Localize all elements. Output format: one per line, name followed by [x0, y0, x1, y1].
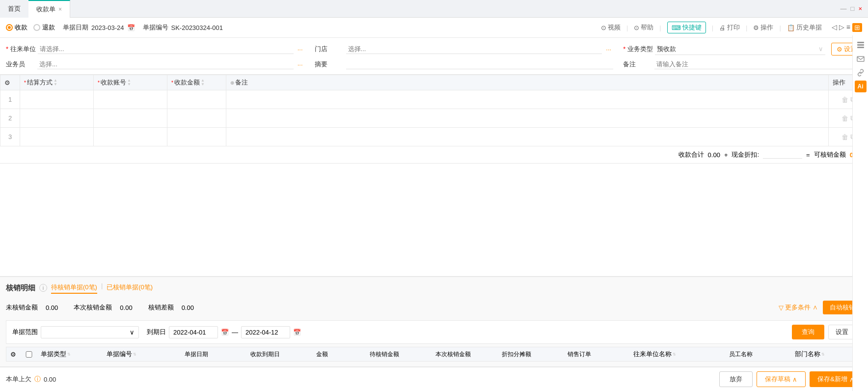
sidebar-email-icon[interactable]: [855, 53, 867, 65]
receipt-type-group: 收款 退款: [6, 23, 55, 32]
cell-amount-2[interactable]: [167, 109, 226, 128]
tab-current-label: 收款单: [36, 0, 55, 18]
radio-refund[interactable]: 退款: [33, 23, 55, 32]
minimize-btn[interactable]: —: [841, 5, 847, 12]
delete-row-3-btn[interactable]: 🗑: [841, 133, 848, 141]
row-num-3: 3: [0, 128, 20, 146]
cell-remark-1[interactable]: [226, 90, 829, 109]
panel-left-icon[interactable]: ◁: [832, 23, 837, 32]
shortcut-button[interactable]: ⌨ 快捷键: [667, 22, 706, 33]
verify-th-doc-num[interactable]: 单据编号 ⇅: [104, 350, 182, 359]
radio-receipt[interactable]: 收款: [6, 23, 27, 32]
cell-remark-3[interactable]: [226, 128, 829, 146]
table-header-remark[interactable]: ⊕ 备注: [226, 75, 829, 90]
store-input[interactable]: [346, 44, 602, 54]
remark-label: 备注: [623, 60, 652, 69]
action-video[interactable]: ⊙ 视频: [601, 23, 621, 32]
discount-input[interactable]: [763, 151, 802, 159]
cell-settlement-1[interactable]: [20, 90, 94, 109]
remark-input[interactable]: [654, 59, 862, 69]
more-filters-btn[interactable]: ▽ 更多条件 ∧: [779, 303, 818, 312]
main-content: 收款 退款 单据日期 2023-03-24 📅 单据编号 SK-20230324…: [0, 18, 868, 391]
sidebar-table-icon[interactable]: [855, 39, 867, 51]
cell-settlement-2[interactable]: [20, 109, 94, 128]
verify-th-doc-date[interactable]: 单据日期: [182, 350, 247, 359]
verify-header-gear[interactable]: ⚙: [10, 351, 24, 358]
delete-row-1-btn[interactable]: 🗑: [841, 95, 848, 104]
store-more-btn[interactable]: ···: [604, 46, 613, 53]
verify-select-all-checkbox[interactable]: [24, 351, 34, 358]
cell-account-3[interactable]: [94, 128, 167, 146]
verify-th-staff-name[interactable]: 员工名称: [726, 350, 792, 359]
verify-th-doc-type[interactable]: 单据类型 ⇅: [38, 350, 104, 359]
company-more-btn[interactable]: ···: [296, 46, 305, 53]
panel-icons: ◁ ▷ ≡ ⊞: [832, 23, 862, 32]
radio-receipt-label: 收款: [15, 23, 27, 32]
save-draft-button[interactable]: 保存草稿 ∧: [757, 371, 806, 387]
range-select[interactable]: ∨: [41, 326, 139, 338]
action-history[interactable]: 📋 历史单据: [787, 23, 822, 32]
due-date-to-input[interactable]: [241, 326, 290, 338]
verify-section: 核销明细 i 待核销单据(0笔) | 已核销单据(0笔) 未核销金额 0.00 …: [0, 276, 868, 367]
calendar-to-icon[interactable]: 📅: [293, 329, 301, 336]
panel-grid-icon[interactable]: ⊞: [852, 23, 862, 32]
gear-icon: ⚙: [4, 79, 10, 86]
filter-container: 单据范围 ∨ 到期日 📅 — 📅 查询 设置: [6, 320, 862, 344]
sidebar-ai-icon[interactable]: Ai: [855, 81, 867, 92]
tab-home[interactable]: 首页: [0, 0, 28, 18]
stat-info-icon[interactable]: ⓘ: [34, 375, 41, 384]
table-header-amount[interactable]: * 收款金额 ▲▼: [167, 75, 226, 90]
verify-th-sale-order[interactable]: 销售订单: [565, 350, 630, 359]
table-header-gear[interactable]: ⚙: [0, 75, 20, 90]
chevron-up-icon: ∧: [792, 376, 797, 383]
table-header-settlement[interactable]: * 结算方式 ▲▼: [20, 75, 94, 90]
table-header-account[interactable]: * 收款账号 ▲▼: [94, 75, 167, 90]
cell-remark-2[interactable]: [226, 109, 829, 128]
settings-sm-button[interactable]: 设置: [828, 325, 856, 339]
cell-account-1[interactable]: [94, 90, 167, 109]
panel-right-icon[interactable]: ▷: [839, 23, 844, 32]
staff-more-btn[interactable]: ···: [296, 61, 305, 68]
tab-close-icon[interactable]: ×: [58, 0, 62, 18]
maximize-btn[interactable]: □: [851, 5, 855, 12]
calendar-icon[interactable]: 📅: [127, 24, 135, 31]
sidebar-link-icon[interactable]: [855, 67, 867, 79]
cell-settlement-3[interactable]: [20, 128, 94, 146]
verify-th-due-date[interactable]: 收款到期日: [247, 350, 313, 359]
verify-th-amount[interactable]: 金额: [313, 350, 367, 359]
company-input[interactable]: [38, 44, 294, 54]
discount-label: 现金折扣:: [732, 150, 759, 159]
verify-th-this-amount[interactable]: 本次核销金额: [433, 350, 498, 359]
verify-th-discount[interactable]: 折扣分摊额: [499, 350, 565, 359]
delete-row-2-btn[interactable]: 🗑: [841, 114, 848, 122]
row-num-2: 2: [0, 109, 20, 128]
action-help[interactable]: ⊙ 帮助: [634, 23, 653, 32]
info-icon[interactable]: i: [39, 284, 47, 292]
staff-input[interactable]: [37, 59, 294, 69]
table-row: 3 🗑 ⧉: [0, 128, 868, 146]
calendar-from-icon[interactable]: 📅: [221, 329, 229, 336]
action-operations[interactable]: ⚙ 操作: [753, 23, 773, 32]
diff-label: 核销差额: [148, 303, 174, 312]
due-date-from-input[interactable]: [169, 326, 218, 338]
close-btn[interactable]: ×: [858, 5, 862, 12]
cell-account-2[interactable]: [94, 109, 167, 128]
action-print[interactable]: 🖨 打印: [719, 23, 740, 32]
query-button[interactable]: 查询: [792, 325, 824, 339]
cell-amount-1[interactable]: [167, 90, 226, 109]
verify-th-dept-name[interactable]: 部门名称 ⇅: [792, 350, 858, 359]
summary-input[interactable]: [346, 59, 614, 69]
verify-tab-done[interactable]: 已核销单据(0笔): [107, 282, 153, 294]
verify-th-company-name[interactable]: 往来单位名称 ⇅: [630, 350, 726, 359]
panel-list-icon[interactable]: ≡: [846, 23, 850, 32]
tab-current[interactable]: 收款单 ×: [28, 0, 70, 18]
cell-amount-3[interactable]: [167, 128, 226, 146]
abandon-button[interactable]: 放弃: [719, 371, 753, 387]
verify-th-pending-amount[interactable]: 待核销金额: [367, 350, 433, 359]
biz-type-label: 业务类型: [623, 45, 653, 54]
verify-tab-pending[interactable]: 待核销单据(0笔): [51, 282, 97, 294]
biz-type-select[interactable]: 预收款 ∨: [655, 44, 825, 55]
summary-label: 摘要: [315, 60, 344, 69]
eq-sign: =: [806, 151, 810, 159]
biz-type-field: 业务类型 预收款 ∨ ⚙ 设置: [623, 43, 862, 56]
